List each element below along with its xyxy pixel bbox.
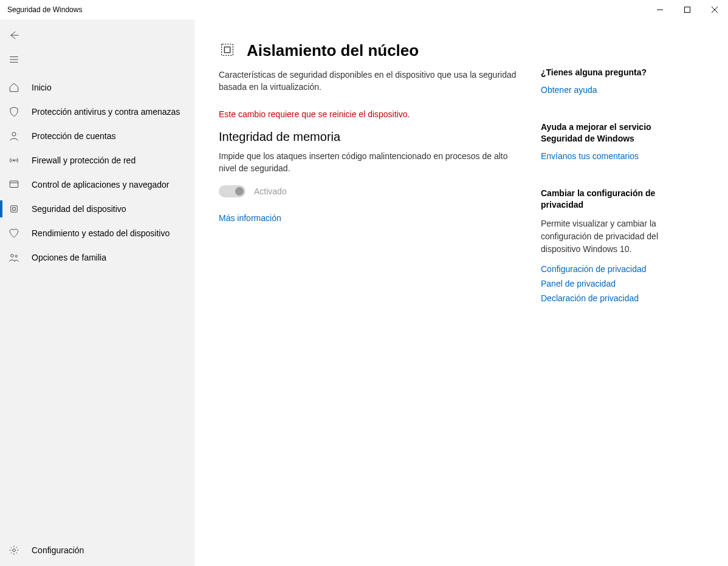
- hamburger-button[interactable]: [0, 47, 194, 72]
- window-title: Seguridad de Windows: [7, 5, 82, 14]
- nav-label: Inicio: [32, 83, 52, 92]
- nav-account-protection[interactable]: Protección de cuentas: [0, 124, 194, 148]
- person-icon: [9, 131, 19, 142]
- restart-warning: Este cambio requiere que se reinicie el …: [219, 109, 517, 119]
- nav-home[interactable]: Inicio: [0, 75, 194, 100]
- svg-point-14: [15, 255, 17, 257]
- svg-point-13: [11, 254, 14, 257]
- nav-settings[interactable]: Configuración: [0, 538, 194, 562]
- gear-icon: [9, 545, 19, 556]
- send-feedback-link[interactable]: Envíanos tus comentarios: [541, 151, 693, 161]
- sidebar: Inicio Protección antivirus y contra ame…: [0, 19, 194, 566]
- toggle-state-label: Activado: [254, 186, 287, 196]
- nav-label: Control de aplicaciones y navegador: [32, 180, 169, 189]
- page-description: Características de seguridad disponibles…: [219, 69, 517, 94]
- get-help-link[interactable]: Obtener ayuda: [541, 85, 693, 95]
- privacy-panel-link[interactable]: Panel de privacidad: [541, 279, 693, 288]
- nav-family-options[interactable]: Opciones de familia: [0, 245, 194, 270]
- nav-label: Opciones de familia: [32, 253, 106, 262]
- nav-label: Rendimiento y estado del dispositivo: [32, 228, 170, 238]
- svg-rect-9: [10, 181, 18, 188]
- hamburger-icon: [9, 54, 19, 65]
- nav-label: Seguridad del dispositivo: [32, 204, 126, 214]
- svg-rect-11: [11, 206, 18, 213]
- privacy-declaration-link[interactable]: Declaración de privacidad: [541, 293, 693, 303]
- minimize-button[interactable]: [646, 0, 673, 19]
- content-area: Aislamiento del núcleo Características d…: [194, 19, 728, 566]
- svg-rect-12: [13, 208, 16, 211]
- aside-title: Ayuda a mejorar el servicio Seguridad de…: [541, 121, 693, 145]
- app-icon: [9, 179, 19, 190]
- home-icon: [9, 82, 19, 93]
- chip-icon: [9, 203, 19, 214]
- title-bar: Seguridad de Windows: [0, 0, 728, 19]
- more-info-link[interactable]: Más información: [219, 213, 517, 223]
- svg-rect-16: [222, 44, 233, 56]
- family-icon: [9, 252, 19, 263]
- antenna-icon: [9, 155, 19, 166]
- page-title: Aislamiento del núcleo: [247, 41, 419, 60]
- nav-virus-protection[interactable]: Protección antivirus y contra amenazas: [0, 100, 194, 124]
- core-isolation-icon: [219, 41, 236, 60]
- svg-rect-17: [224, 47, 230, 52]
- aside-title: Cambiar la configuración de privacidad: [541, 188, 693, 211]
- nav-label: Protección de cuentas: [32, 131, 116, 141]
- maximize-button[interactable]: [673, 0, 701, 19]
- svg-point-7: [12, 132, 16, 136]
- back-button[interactable]: [0, 23, 194, 47]
- nav-label: Firewall y protección de red: [32, 155, 136, 165]
- memory-integrity-title: Integridad de memoria: [219, 130, 517, 144]
- svg-rect-1: [684, 7, 690, 13]
- nav-device-performance[interactable]: Rendimiento y estado del dispositivo: [0, 221, 194, 245]
- nav-firewall[interactable]: Firewall y protección de red: [0, 148, 194, 172]
- aside-text: Permite visualizar y cambiar la configur…: [541, 217, 693, 256]
- nav-label: Configuración: [32, 545, 84, 555]
- shield-icon: [9, 106, 19, 117]
- aside-privacy: Cambiar la configuración de privacidad P…: [541, 188, 693, 303]
- close-button[interactable]: [701, 0, 728, 19]
- memory-integrity-toggle[interactable]: [219, 185, 246, 197]
- privacy-settings-link[interactable]: Configuración de privacidad: [541, 264, 693, 274]
- aside-feedback: Ayuda a mejorar el servicio Seguridad de…: [541, 121, 693, 161]
- heart-icon: [9, 228, 19, 239]
- back-arrow-icon: [9, 30, 19, 41]
- nav-device-security[interactable]: Seguridad del dispositivo: [0, 197, 194, 221]
- aside-help: ¿Tienes alguna pregunta? Obtener ayuda: [541, 67, 693, 95]
- nav-label: Protección antivirus y contra amenazas: [32, 107, 180, 117]
- memory-integrity-desc: Impide que los ataques inserten código m…: [219, 150, 517, 175]
- nav-app-browser-control[interactable]: Control de aplicaciones y navegador: [0, 172, 194, 197]
- page-header: Aislamiento del núcleo: [219, 41, 517, 60]
- svg-point-15: [13, 549, 16, 552]
- svg-point-8: [13, 160, 15, 161]
- aside-title: ¿Tienes alguna pregunta?: [541, 67, 693, 79]
